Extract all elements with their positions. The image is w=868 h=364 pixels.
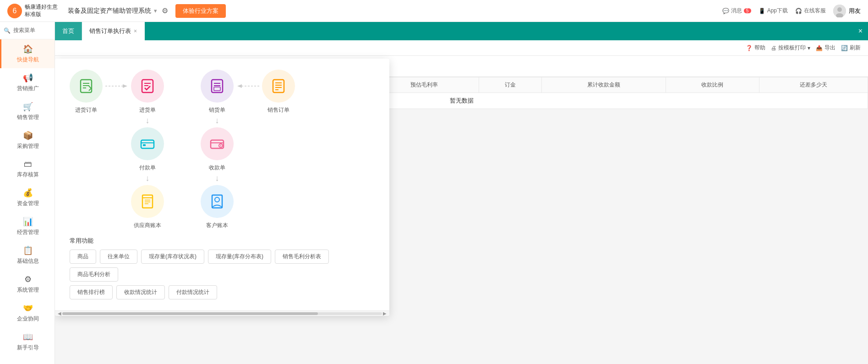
- sidebar-item-operations[interactable]: 📊 经营管理: [0, 212, 55, 241]
- modal-scrollbar: ◀ ▶: [55, 310, 389, 316]
- svg-rect-25: [143, 144, 146, 146]
- customer-ledger-node: 客户账本: [201, 185, 234, 229]
- refresh-icon: 🔄: [841, 45, 848, 51]
- svg-marker-17: [237, 84, 242, 88]
- tab-bar-close-button[interactable]: ×: [858, 27, 863, 35]
- sidebar-item-finance[interactable]: 💰 资金管理: [0, 183, 55, 212]
- message-icon: 💬: [722, 8, 729, 14]
- content-area: ❓ 帮助 🖨 按模板打印 ▾ 📤 导出 🔄 刷新: [55, 40, 868, 364]
- btn-goods-profit[interactable]: 商品毛利分析: [70, 267, 118, 282]
- settings-icon[interactable]: ⚙: [162, 6, 168, 15]
- marketing-icon: 📢: [23, 73, 33, 83]
- system-icon: ⚙: [24, 274, 32, 284]
- scroll-right-icon[interactable]: ▶: [382, 311, 388, 316]
- app-download-button[interactable]: 📱 App下载: [759, 7, 788, 15]
- export-button[interactable]: 📤 导出: [816, 44, 835, 52]
- collection-node: 收款单: [201, 127, 234, 172]
- arrow-po-to-pr: [103, 70, 131, 103]
- supplier-ledger-node: 供应商账本: [131, 185, 164, 229]
- btn-payment-stats[interactable]: 付款情况统计: [169, 285, 217, 299]
- sidebar-item-enterprise[interactable]: 🤝 企业协同: [0, 299, 55, 327]
- scrollbar-track[interactable]: [62, 312, 382, 315]
- user-area[interactable]: 用友: [833, 5, 861, 17]
- logo-icon: 6: [7, 4, 22, 18]
- btn-sales-ranking[interactable]: 销售排行榜: [70, 285, 113, 299]
- sidebar-item-purchase[interactable]: 📦 采购管理: [0, 126, 55, 155]
- v-arrow-pay: ↓: [131, 174, 164, 183]
- col-total-collection: 累计收款金额: [541, 77, 666, 93]
- btn-goods[interactable]: 商品: [70, 250, 96, 264]
- collection-circle[interactable]: [201, 127, 234, 160]
- customer-ledger-circle[interactable]: [201, 185, 234, 218]
- template-print-button[interactable]: 🖨 按模板打印 ▾: [771, 44, 810, 52]
- sidebar-item-basic-info[interactable]: 📋 基础信息: [0, 241, 55, 270]
- btn-sales-profit[interactable]: 销售毛利分析表: [275, 250, 329, 264]
- sidebar-item-system[interactable]: ⚙ 系统管理: [0, 270, 55, 299]
- tab-close-icon[interactable]: ×: [134, 28, 137, 34]
- message-button[interactable]: 💬 消息 5: [722, 7, 751, 15]
- logo-text: 畅康通好生意 标准版: [25, 4, 58, 18]
- scroll-left-icon[interactable]: ◀: [57, 311, 62, 316]
- home-icon: 🏠: [23, 44, 33, 54]
- dropdown-icon[interactable]: ▾: [154, 7, 157, 14]
- v-arrow-pr: ↓: [131, 116, 164, 125]
- payment-circle[interactable]: [131, 127, 164, 160]
- print-icon: 🖨: [771, 45, 776, 51]
- newbie-icon: 📖: [23, 332, 33, 342]
- search-menu[interactable]: 🔍 搜索菜单: [0, 22, 55, 39]
- scrollbar-thumb[interactable]: [62, 312, 318, 315]
- common-buttons-row2: 销售排行榜 收款情况统计 付款情况统计: [70, 285, 375, 299]
- sidebar-item-marketing[interactable]: 📢 营销推广: [0, 68, 55, 97]
- refresh-button[interactable]: 🔄 刷新: [841, 44, 861, 52]
- flow-col-1: 进货订单: [70, 70, 103, 114]
- sidebar-item-newbie[interactable]: 📖 新手引导: [0, 327, 55, 356]
- svg-rect-23: [141, 140, 154, 148]
- user-name: 用友: [849, 7, 861, 15]
- phone-icon: 📱: [759, 8, 765, 14]
- top-header: 6 畅康通好生意 标准版 装备及固定资产辅助管理系统 ▾ ⚙ 体验行业方案 💬 …: [0, 0, 868, 22]
- col-days-left: 还差多少天: [759, 77, 868, 93]
- svg-marker-8: [123, 84, 127, 88]
- row3: 付款单 收款单: [70, 127, 375, 172]
- row5: 供应商账本 客户账本: [70, 185, 375, 229]
- layout: 🔍 搜索菜单 🏠 快捷导航 📢 营销推广 🛒 销售管理 📦 采购管理 🗃 库存核…: [0, 22, 868, 364]
- payment-col: 付款单: [131, 127, 164, 172]
- tab-bar: 首页 销售订单执行表 × ×: [55, 22, 868, 40]
- sidebar-item-quick-nav[interactable]: 🏠 快捷导航: [0, 39, 55, 68]
- sales-order-circle[interactable]: [262, 70, 295, 103]
- purchase-receipt-circle[interactable]: [131, 70, 164, 103]
- finance-icon: 💰: [23, 188, 33, 198]
- purchase-order-circle[interactable]: [70, 70, 103, 103]
- modal-content: 进货订单 进: [55, 59, 389, 310]
- quick-guide-modal: 进货订单 进: [55, 59, 389, 316]
- export-icon: 📤: [816, 45, 823, 51]
- flow-col-3: 销货单: [201, 70, 234, 114]
- purchase-icon: 📦: [23, 130, 33, 141]
- svg-rect-18: [273, 80, 284, 92]
- online-service-button[interactable]: 🎧 在线客服: [795, 7, 826, 15]
- sidebar-item-inventory[interactable]: 🗃 库存核算: [0, 155, 55, 183]
- help-button[interactable]: ❓ 帮助: [746, 44, 765, 52]
- svg-point-1: [837, 7, 842, 12]
- tab-sales-order-exec[interactable]: 销售订单执行表 ×: [82, 22, 145, 40]
- operations-icon: 📊: [23, 217, 33, 227]
- purchase-receipt-node: 进货单: [131, 70, 164, 114]
- v-arrows-row2: ↓ ↓: [70, 174, 375, 183]
- toolbar: ❓ 帮助 🖨 按模板打印 ▾ 📤 导出 🔄 刷新: [55, 40, 868, 56]
- customer-ledger-label: 客户账本: [206, 222, 228, 229]
- experience-button[interactable]: 体验行业方案: [175, 4, 226, 18]
- system-title: 装备及固定资产辅助管理系统: [68, 7, 151, 15]
- sales-receipt-circle[interactable]: [201, 70, 234, 103]
- btn-collection-stats[interactable]: 收款情况统计: [116, 285, 165, 299]
- sidebar-item-sales[interactable]: 🛒 销售管理: [0, 97, 55, 126]
- v-arrow-col: ↓: [201, 174, 234, 183]
- supplier-ledger-circle[interactable]: [131, 185, 164, 218]
- btn-contact[interactable]: 往来单位: [100, 250, 137, 264]
- common-functions-title: 常用功能: [70, 237, 375, 245]
- btn-stock-dist[interactable]: 现存量(库存分布表): [208, 250, 271, 264]
- common-buttons-row1: 商品 往来单位 现存量(库存状况表) 现存量(库存分布表) 销售毛利分析表 商品…: [70, 250, 375, 282]
- help-icon: ❓: [746, 45, 753, 51]
- print-dropdown-icon: ▾: [808, 45, 810, 51]
- tab-home[interactable]: 首页: [55, 22, 82, 40]
- btn-stock-status[interactable]: 现存量(库存状况表): [141, 250, 204, 264]
